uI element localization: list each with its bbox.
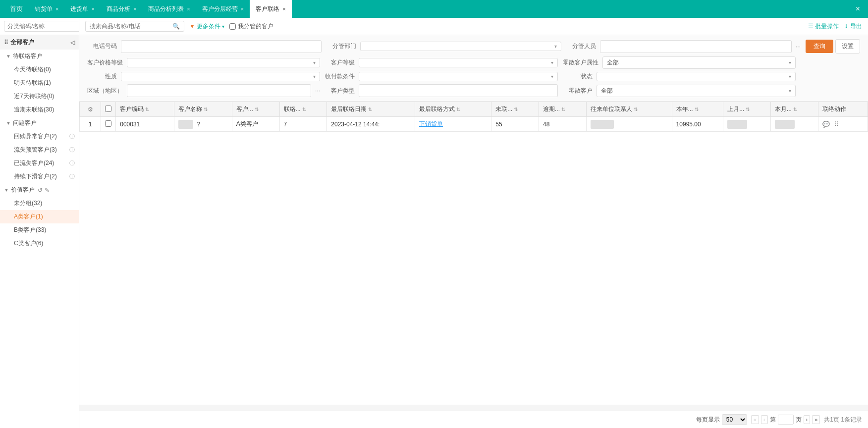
col-checkbox-all[interactable] (101, 102, 116, 117)
dept-select[interactable]: ▾ (360, 42, 561, 51)
col-this-month: 本月...⇅ (770, 102, 818, 117)
sidebar-group-pending-contact[interactable]: ▼ 待联络客户 (0, 50, 79, 63)
price-level-select[interactable]: ▾ (127, 58, 320, 67)
sort-icon-last-month[interactable]: ⇅ (746, 107, 750, 112)
sort-icon-this-month[interactable]: ⇅ (793, 107, 797, 112)
sidebar-all-customers[interactable]: ⠿ 全部客户 ◁ (0, 35, 79, 50)
filter-search-input[interactable] (90, 23, 172, 30)
prev-page-button[interactable]: ‹ (761, 415, 768, 424)
sidebar-item-unclassified[interactable]: 未分组(32) (0, 197, 79, 210)
sidebar-item-churn-warning[interactable]: 流失预警客户(3) ⓘ (0, 143, 79, 157)
nature-select[interactable]: ▾ (121, 72, 320, 81)
sidebar-item-tomorrow[interactable]: 明天待联络(1) (0, 76, 79, 90)
my-customers-checkbox[interactable] (229, 23, 236, 30)
payment-select[interactable]: ▾ (359, 72, 558, 81)
action-chat-icon[interactable]: 💬 (822, 121, 830, 128)
sidebar-item-declining[interactable]: 持续下滑客户(2) ⓘ (0, 170, 79, 183)
filter-field-dept: 分管部门 ▾ (326, 42, 561, 51)
status-select[interactable]: ▾ (597, 72, 796, 81)
settings-button[interactable]: 设置 (835, 39, 860, 54)
row-actions[interactable]: 💬 ⠿ (818, 117, 868, 132)
customer-type-label: 客户类型 (325, 87, 355, 95)
sort-icon-this-year[interactable]: ⇅ (695, 107, 699, 112)
close-tab-0[interactable]: × (55, 6, 58, 12)
sidebar-item-class-c[interactable]: C类客户(6) (0, 237, 79, 250)
row-checkbox[interactable] (105, 120, 111, 127)
close-tab-1[interactable]: × (91, 6, 94, 12)
customer-level-select[interactable]: ▾ (359, 58, 558, 67)
sort-icon-type[interactable]: ⇅ (255, 107, 259, 112)
sidebar-group-value-customers[interactable]: ▼ 价值客户 ↺ ✎ (0, 183, 79, 197)
last-page-button[interactable]: » (812, 415, 820, 424)
page-size-select[interactable]: 10 20 50 100 (722, 414, 747, 425)
nav-tab-1[interactable]: 进货单 × (64, 0, 100, 18)
contact-method-link[interactable]: 下销货单 (419, 120, 443, 127)
sidebar-item-overdue[interactable]: 逾期未联络(30) (0, 103, 79, 116)
close-tab-5[interactable]: × (282, 6, 285, 12)
row-checkbox-cell[interactable] (101, 117, 116, 132)
sort-icon-name[interactable]: ⇅ (204, 107, 208, 112)
nav-tab-4[interactable]: 客户分层经营 × (196, 0, 250, 18)
sidebar-item-churned[interactable]: 已流失客户(24) ⓘ (0, 157, 79, 170)
more-conditions-button[interactable]: ▼ 更多条件 ▾ (189, 22, 224, 31)
sidebar-item-class-b[interactable]: B类客户(33) (0, 223, 79, 237)
retail-attr-select[interactable]: 全部 ▾ (602, 56, 796, 69)
sidebar-item-7days[interactable]: 近7天待联络(0) (0, 90, 79, 103)
sort-icon-code[interactable]: ⇅ (145, 107, 149, 112)
filter-row-1: 电话号码 分管部门 ▾ 分管人员 ··· 查询 设置 (87, 39, 860, 54)
region-input[interactable] (127, 84, 311, 97)
close-tab-3[interactable]: × (187, 6, 190, 12)
nav-tab-0[interactable]: 销货单 × (29, 0, 64, 18)
edit-icon[interactable]: ✎ (45, 187, 50, 194)
sidebar-search-input[interactable] (4, 21, 79, 32)
manager-dots-btn[interactable]: ··· (796, 43, 801, 50)
batch-operation-button[interactable]: ☰ 批量操作 (808, 22, 839, 31)
manager-input[interactable] (600, 40, 792, 53)
filter-row-4: 区域（地区） ··· 客户类型 零散客户 全部 ▾ (87, 84, 860, 97)
first-page-button[interactable]: « (751, 415, 759, 424)
nav-tab-5[interactable]: 客户联络 × (250, 0, 291, 18)
nav-tab-3[interactable]: 商品分析列表 × (142, 0, 196, 18)
sort-icon-not-contacted[interactable]: ⇅ (514, 107, 518, 112)
action-more-icon[interactable]: ⠿ (834, 121, 839, 128)
close-tab-4[interactable]: × (241, 6, 244, 12)
next-page-button[interactable]: › (804, 415, 811, 424)
col-settings[interactable]: ⚙ (80, 102, 101, 117)
horizontal-scrollbar[interactable] (79, 405, 868, 411)
sort-icon-date[interactable]: ⇅ (368, 107, 372, 112)
query-button[interactable]: 查询 (806, 40, 833, 53)
price-level-label: 客户价格等级 (87, 58, 123, 67)
region-dots-btn[interactable]: ··· (315, 87, 320, 94)
sort-icon-contact[interactable]: ⇅ (302, 107, 306, 112)
filter-search-icon[interactable]: 🔍 (172, 23, 180, 30)
row-overdue: 48 (539, 117, 587, 132)
payment-label: 收付款条件 (325, 72, 355, 81)
my-customers-checkbox-area[interactable]: 我分管的客户 (229, 22, 273, 31)
nav-tab-2[interactable]: 商品分析 × (101, 0, 142, 18)
info-icon-1: ⓘ (69, 146, 75, 154)
customer-type-input[interactable] (359, 84, 558, 97)
arrow-down-icon-2: ▼ (6, 120, 11, 126)
refresh-icon[interactable]: ↺ (38, 187, 43, 194)
window-close-button[interactable]: × (852, 2, 864, 15)
sidebar-item-today[interactable]: 今天待联络(0) (0, 63, 79, 76)
select-all-checkbox[interactable] (105, 106, 111, 112)
page-number-input[interactable]: 1 (778, 415, 794, 425)
sort-icon-overdue[interactable]: ⇅ (561, 107, 565, 112)
sort-icon-contact-person[interactable]: ⇅ (634, 107, 638, 112)
sidebar-item-repurchase-abnormal[interactable]: 回购异常客户(2) ⓘ (0, 130, 79, 143)
row-last-contact-method[interactable]: 下销货单 (415, 117, 491, 132)
col-not-contacted: 未联...⇅ (491, 102, 539, 117)
phone-input[interactable] (121, 40, 322, 53)
export-button[interactable]: ⤓ 导出 (844, 22, 862, 31)
sidebar-search-box: 🔍 (0, 18, 79, 35)
nav-home[interactable]: 首页 (4, 0, 29, 18)
close-tab-2[interactable]: × (133, 6, 136, 12)
retail-customer-select[interactable]: 全部 ▾ (597, 85, 796, 97)
filter-icon: ▼ (189, 23, 195, 30)
sidebar-group-problem-customers[interactable]: ▼ 问题客户 (0, 116, 79, 130)
manager-label: 分管人员 (566, 42, 596, 51)
sort-icon-method[interactable]: ⇅ (456, 107, 460, 112)
filter-field-phone: 电话号码 (87, 40, 322, 53)
sidebar-item-class-a[interactable]: A类客户(1) (0, 210, 79, 223)
